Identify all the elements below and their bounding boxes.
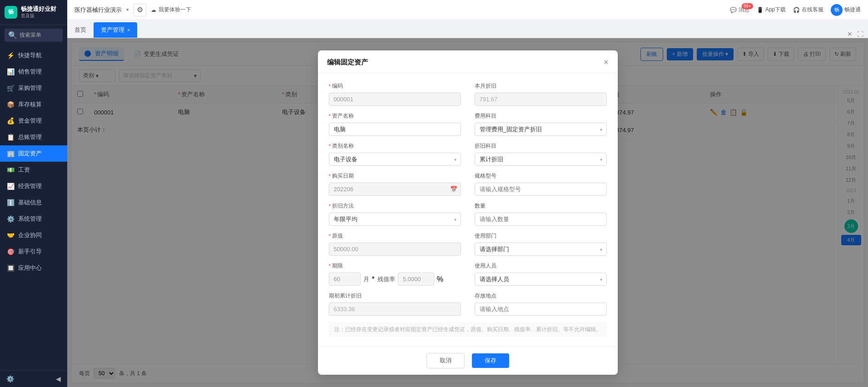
sidebar-item-inventory[interactable]: 📦 库存核算 [0, 96, 67, 113]
purchase-date-wrap: 📅 [329, 183, 461, 196]
asset-name-input[interactable] [329, 123, 461, 136]
purchase-date-input[interactable] [329, 183, 461, 196]
expense-subject-select-wrap: 管理费用_固定资产折旧 ▾ [475, 123, 607, 136]
period-input[interactable] [329, 273, 361, 286]
sidebar-item-fixed-assets[interactable]: 🏢 固定资产 [0, 145, 67, 162]
sidebar-item-finance[interactable]: 💰 资金管理 [0, 113, 67, 129]
dep-subject-select[interactable]: 累计折旧 [475, 153, 607, 166]
edit-asset-modal: 编辑固定资产 × * 编码 [318, 50, 618, 375]
experience-label: 我要体验一下 [159, 6, 191, 14]
category-select-wrap: 电子设备 ▾ [329, 153, 461, 166]
topbar: 医疗器械行业演示 ▾ ⚙ ☁ 我要体验一下 💬 消息 99+ 📱 App下载 🎧… [67, 0, 868, 20]
modal-header: 编辑固定资产 × [318, 50, 618, 73]
department-select[interactable]: 请选择部门 [475, 243, 607, 256]
quantity-label: 数量 [475, 202, 607, 210]
sidebar-item-label: 系统管理 [18, 215, 42, 223]
sidebar-item-label: 新手引导 [18, 248, 42, 256]
original-value-label: * 原值 [329, 232, 461, 240]
operations-icon: 📈 [6, 182, 15, 190]
form-row-code: * 编码 [329, 82, 461, 106]
sidebar-bottom: ⚙️ ◀ [0, 370, 67, 387]
sidebar-item-label: 销售管理 [18, 68, 42, 76]
collapse-icon[interactable]: ◀ [56, 375, 61, 382]
sidebar-item-payroll[interactable]: 💵 工资 [0, 162, 67, 178]
tab-close-icon[interactable]: × [127, 27, 130, 33]
dep-method-select-wrap: 年限平均 ▾ [329, 213, 461, 226]
opening-accumulated-input[interactable] [329, 303, 461, 316]
code-label: * 编码 [329, 82, 461, 90]
code-input[interactable] [329, 93, 461, 106]
user-select[interactable]: 请选择人员 [475, 273, 607, 286]
form-row-dep-method: * 折旧方法 年限平均 ▾ [329, 202, 461, 226]
dep-method-select[interactable]: 年限平均 [329, 213, 461, 226]
calendar-icon[interactable]: 📅 [450, 186, 457, 193]
online-service-button[interactable]: 🎧 在线客服 [793, 6, 823, 14]
form-row-monthly-dep: 本月折旧 [475, 82, 607, 106]
monthly-dep-label: 本月折旧 [475, 82, 607, 90]
spec-input[interactable] [475, 183, 607, 196]
monthly-dep-input[interactable] [475, 93, 607, 106]
company-dropdown-icon[interactable]: ▾ [126, 7, 129, 13]
user-label: 使用人员 [475, 262, 607, 270]
sidebar-nav: ⚡ 快捷导航 📊 销售管理 🛒 采购管理 📦 库存核算 💰 资金管理 📋 总账管… [0, 45, 67, 370]
tab-home[interactable]: 首页 [67, 22, 94, 38]
location-input[interactable] [475, 303, 607, 316]
modal-close-button[interactable]: × [604, 58, 609, 67]
original-value-input[interactable] [329, 243, 461, 256]
app-download-button[interactable]: 📱 App下载 [757, 6, 786, 14]
message-button[interactable]: 💬 消息 99+ [730, 6, 749, 14]
form-row-quantity: 数量 [475, 202, 607, 226]
form-row-spec: 规格型号 [475, 172, 607, 196]
sidebar-item-ledger[interactable]: 📋 总账管理 [0, 129, 67, 145]
tab-bar-expand-icon[interactable]: ⛶ [857, 30, 863, 38]
sales-icon: 📊 [6, 68, 15, 76]
quantity-input[interactable] [475, 213, 607, 226]
sidebar: 畅 畅捷通好业财 普及版 🔍 搜索菜单 ⚡ 快捷导航 📊 销售管理 🛒 采购管理… [0, 0, 67, 387]
expense-subject-select[interactable]: 管理费用_固定资产折旧 [475, 123, 607, 136]
modal-body: * 编码 * 资产名称 [318, 73, 618, 346]
sidebar-item-quick-nav[interactable]: ⚡ 快捷导航 [0, 47, 67, 64]
quick-nav-icon: ⚡ [6, 51, 15, 60]
sidebar-item-cooperation[interactable]: 🤝 企业协同 [0, 227, 67, 243]
user-button[interactable]: 畅 畅捷通 [831, 4, 861, 16]
form-row-period: * 期限 月 * 残值率 % [329, 262, 461, 286]
btn-cancel[interactable]: 取消 [427, 353, 465, 368]
form-col-right: 本月折旧 费用科目 管理费用_固定资产折旧 ▾ [475, 82, 607, 316]
sidebar-item-basic-info[interactable]: ℹ️ 基础信息 [0, 194, 67, 211]
sidebar-search[interactable]: 🔍 搜索菜单 [5, 29, 63, 42]
dep-subject-label: 折旧科目 [475, 142, 607, 150]
settings-icon[interactable]: ⚙️ [6, 375, 14, 382]
experience-button[interactable]: ☁ 我要体验一下 [151, 6, 191, 14]
tab-bar-close-icon[interactable]: ✕ [847, 30, 853, 38]
sidebar-item-label: 工资 [18, 166, 30, 174]
form-row-dep-subject: 折旧科目 累计折旧 ▾ [475, 142, 607, 166]
sidebar-item-sales[interactable]: 📊 销售管理 [0, 64, 67, 80]
avatar: 畅 [831, 4, 843, 16]
form-row-opening-accumulated: 期初累计折旧 [329, 292, 461, 316]
sidebar-item-guide[interactable]: 🎯 新手引导 [0, 243, 67, 260]
tab-asset-mgmt-label: 资产管理 [101, 26, 124, 34]
sidebar-item-app-center[interactable]: 🔲 应用中心 [0, 260, 67, 276]
main-area: 医疗器械行业演示 ▾ ⚙ ☁ 我要体验一下 💬 消息 99+ 📱 App下载 🎧… [67, 0, 868, 387]
content-area: 资产明细 📄 变更生成凭证 刷账 + 新增 批量操作 ▾ ⬆ 导入 [67, 38, 868, 387]
tab-asset-mgmt[interactable]: 资产管理 × [94, 22, 137, 38]
settings-button[interactable]: ⚙ [134, 4, 146, 16]
sidebar-item-label: 基础信息 [18, 198, 42, 207]
period-residual-wrap: 月 * 残值率 % [329, 273, 461, 286]
btn-save[interactable]: 保存 [472, 353, 509, 368]
fixed-assets-icon: 🏢 [6, 149, 15, 158]
sidebar-item-operations[interactable]: 📈 经营管理 [0, 178, 67, 194]
category-select[interactable]: 电子设备 [329, 153, 461, 166]
form-row-purchase-date: * 购买日期 📅 [329, 172, 461, 196]
sidebar-item-system[interactable]: ⚙️ 系统管理 [0, 211, 67, 227]
inventory-icon: 📦 [6, 100, 15, 109]
sidebar-item-purchase[interactable]: 🛒 采购管理 [0, 80, 67, 96]
purchase-date-label: * 购买日期 [329, 172, 461, 180]
form-row-original-value: * 原值 [329, 232, 461, 256]
finance-icon: 💰 [6, 117, 15, 125]
location-label: 存放地点 [475, 292, 607, 300]
message-badge: 99+ [742, 3, 753, 9]
sidebar-item-label: 总账管理 [18, 133, 42, 141]
residual-rate-input[interactable] [398, 273, 434, 286]
username-label: 畅捷通 [844, 6, 861, 14]
